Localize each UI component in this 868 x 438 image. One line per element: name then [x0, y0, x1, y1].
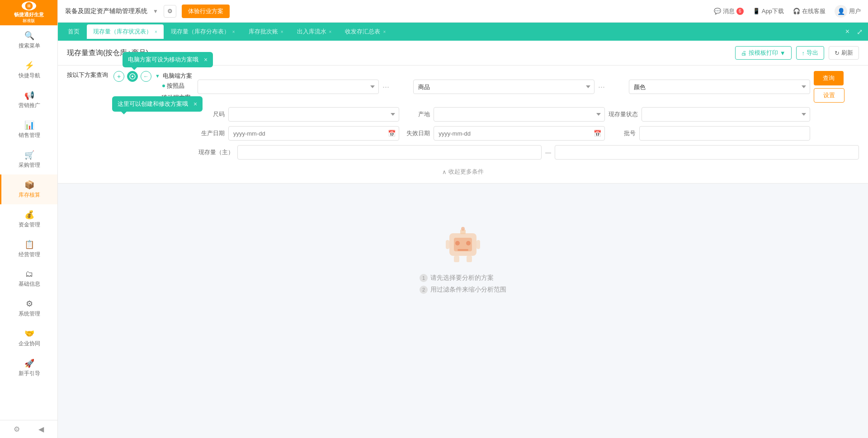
edit-scheme-btn[interactable]: [127, 71, 138, 82]
guide-icon: 🚀: [24, 358, 34, 368]
user-item[interactable]: 👤 用户: [835, 5, 861, 18]
message-item[interactable]: 💬 消息 6: [714, 7, 744, 15]
stock-status-select[interactable]: [642, 107, 810, 122]
settings-query-btn[interactable]: 设置: [814, 88, 844, 103]
headset-icon: 🎧: [793, 8, 800, 14]
tab-close-flow[interactable]: ×: [329, 29, 332, 34]
size-filter: 尺码: [198, 107, 399, 122]
svg-rect-10: [476, 240, 480, 249]
tooltip-create-scheme: 这里可以创建和修改方案哦 ×: [112, 96, 203, 112]
svg-rect-11: [454, 256, 459, 262]
prod-date-calendar-icon[interactable]: 📅: [388, 130, 396, 137]
sidebar-item-search[interactable]: 🔍 搜索菜单: [0, 25, 57, 55]
color-select[interactable]: 颜色: [629, 80, 810, 94]
origin-select[interactable]: [434, 107, 604, 122]
sidebar-item-quick[interactable]: ⚡ 快捷导航: [0, 55, 57, 85]
size-select[interactable]: [228, 107, 399, 122]
svg-rect-6: [458, 249, 468, 251]
sidebar-item-operations[interactable]: 📋 经营管理: [0, 234, 57, 264]
tooltip1-close[interactable]: ×: [204, 56, 208, 63]
batch-input[interactable]: [639, 126, 810, 141]
sidebar-item-system[interactable]: ⚙ 系统管理: [0, 293, 57, 323]
tab-inventory-dist[interactable]: 现存量（库存分布表） ×: [165, 24, 241, 39]
back-scheme-btn[interactable]: ←: [141, 71, 151, 82]
filter-row4: 现存量（主） —: [198, 145, 859, 160]
collapse-sidebar-btn[interactable]: ◀: [38, 425, 44, 433]
filter-right-fields: ··· 商品 ··· 颜色 查询 设置: [198, 71, 859, 160]
sidebar-item-collab[interactable]: 🤝 企业协同: [0, 323, 57, 353]
tab-summary[interactable]: 收发存汇总表 ×: [339, 24, 392, 39]
tooltip2-close[interactable]: ×: [193, 100, 197, 108]
tab-flow[interactable]: 出入库流水 ×: [291, 24, 338, 39]
sidebar-label-sales: 销售管理: [19, 132, 40, 139]
filter-label: 按以下方案查询: [67, 71, 108, 79]
export-btn[interactable]: ↑ 导出: [796, 46, 825, 60]
warehouse-dots[interactable]: ···: [382, 82, 410, 92]
prod-date-label: 生产日期: [198, 129, 225, 137]
tab-batch[interactable]: 库存批次账 ×: [242, 24, 290, 39]
origin-filter: 产地: [403, 107, 604, 122]
prod-date-input[interactable]: [228, 126, 399, 141]
sidebar-label-search: 搜索菜单: [19, 42, 40, 50]
sidebar-item-basic[interactable]: 🗂 基础信息: [0, 264, 57, 293]
industry-btn[interactable]: 体验行业方案: [182, 5, 230, 18]
online-service-item[interactable]: 🎧 在线客服: [793, 7, 826, 15]
sidebar-item-guide[interactable]: 🚀 新手引导: [0, 353, 57, 383]
expiry-date-input[interactable]: [434, 126, 604, 141]
stock-main-max[interactable]: [555, 145, 859, 160]
tab-close-inventory-status[interactable]: ×: [155, 29, 157, 34]
expand-icon[interactable]: ▼: [155, 73, 160, 79]
svg-point-8: [461, 227, 465, 231]
system-name: 装备及固定资产辅助管理系统: [65, 7, 147, 15]
settings-btn[interactable]: ⚙: [14, 425, 20, 433]
expiry-date-calendar-icon[interactable]: 📅: [594, 130, 601, 137]
sidebar-bottom: ⚙ ◀: [0, 420, 57, 438]
stock-main-label: 现存量（主）: [198, 148, 234, 156]
logo-icon: [22, 1, 36, 10]
fullscreen-btn[interactable]: ⤢: [855, 26, 864, 38]
prod-date-wrap: 📅: [228, 126, 399, 141]
sidebar-item-finance[interactable]: 💰 资金管理: [0, 204, 57, 234]
sidebar-item-inventory[interactable]: 📦 库存核算: [0, 174, 57, 204]
add-scheme-btn[interactable]: +: [113, 71, 124, 82]
tooltip1-text: 电脑方案可设为移动方案哦: [128, 56, 198, 64]
expiry-date-wrap: 📅: [434, 126, 604, 141]
search-btn[interactable]: 查询: [814, 71, 844, 85]
product-select[interactable]: 商品: [413, 80, 594, 94]
search-icon: 🔍: [24, 31, 34, 41]
refresh-btn[interactable]: ↻ 刷新: [829, 46, 859, 60]
print-btn[interactable]: 🖨 按模板打印 ▼: [735, 46, 792, 60]
svg-point-1: [132, 75, 133, 77]
stock-status-filter: 现存量状态: [609, 107, 810, 122]
warehouse-select[interactable]: [198, 80, 379, 94]
close-all-tabs-btn[interactable]: ×: [844, 26, 851, 38]
prod-date-filter: 生产日期 📅: [198, 126, 399, 141]
tab-close-inventory-dist[interactable]: ×: [232, 29, 235, 34]
svg-rect-12: [467, 256, 472, 262]
stock-main-min[interactable]: [237, 145, 542, 160]
sidebar-item-sales[interactable]: 📊 销售管理: [0, 115, 57, 145]
tab-inventory-status[interactable]: 现存量（库存状况表） ×: [87, 24, 164, 39]
empty-illustration: [440, 220, 486, 265]
tab-home[interactable]: 首页: [61, 28, 86, 36]
message-label: 消息: [723, 7, 735, 15]
stock-separator: —: [545, 149, 551, 156]
app-download-item[interactable]: 📱 App下载: [753, 7, 784, 15]
collapse-btn[interactable]: ∧ 收起更多条件: [442, 168, 484, 176]
app-download-label: App下载: [762, 7, 784, 15]
system-dropdown-icon[interactable]: ▼: [153, 8, 158, 14]
sidebar-item-purchase[interactable]: 🛒 采购管理: [0, 145, 57, 174]
empty-state: 1 请先选择要分析的方案 2 用过滤条件来缩小分析范围: [58, 184, 868, 334]
sidebar-item-marketing[interactable]: 📢 营销推广: [0, 85, 57, 115]
expiry-date-label: 失效日期: [403, 129, 430, 137]
settings-button[interactable]: ⚙: [164, 5, 176, 18]
sidebar-label-quick: 快捷导航: [19, 72, 40, 80]
tab-summary-label: 收发存汇总表: [345, 28, 380, 36]
tab-close-batch[interactable]: ×: [281, 29, 283, 34]
product-dots[interactable]: ···: [598, 82, 625, 92]
svg-point-5: [466, 241, 471, 245]
tab-close-summary[interactable]: ×: [383, 29, 386, 34]
tooltip2-text: 这里可以创建和修改方案哦: [118, 100, 188, 108]
scheme-pc-child[interactable]: 按照品: [162, 81, 192, 91]
header-right: 💬 消息 6 📱 App下载 🎧 在线客服 👤 用户: [714, 5, 861, 18]
